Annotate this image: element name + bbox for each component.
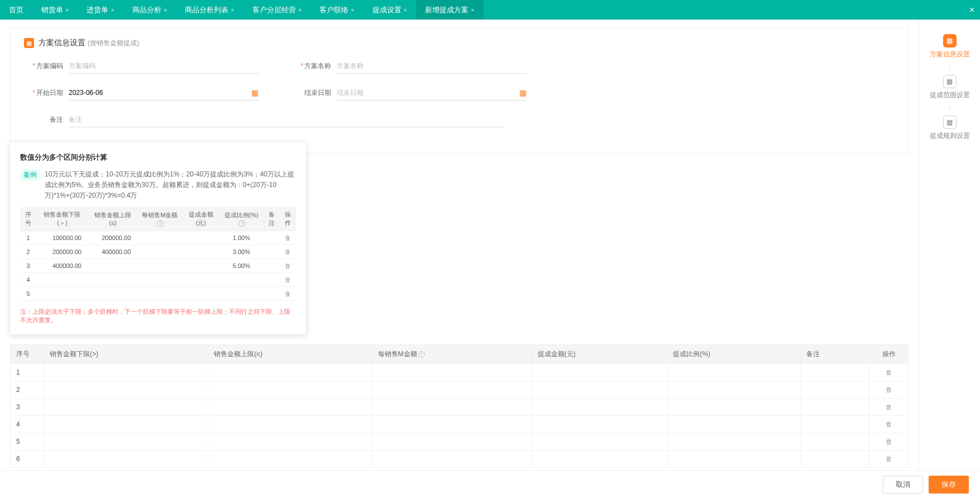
popup-footnote: 注：上限必须大于下限；多个阶梯时，下一个阶梯下限要等于前一阶梯上限；不同行之间下… <box>20 308 296 324</box>
mini-th: 备注 <box>264 207 280 231</box>
section-icon: ▦ <box>24 38 34 48</box>
tab-新增提成方案[interactable]: 新增提成方案× <box>416 0 483 20</box>
mini-row: 3400000.005.00%🗑 <box>20 258 296 272</box>
mini-th: 操作 <box>280 207 296 231</box>
tab-商品分析[interactable]: 商品分析× <box>123 0 176 20</box>
tab-商品分析列表[interactable]: 商品分析列表× <box>176 0 243 20</box>
big-th: 提成金额(元) <box>532 345 667 364</box>
field-plan-code: *方案编码 <box>24 58 259 74</box>
big-th: 提成比例(%) <box>667 345 801 364</box>
main-content: ▦ 方案信息设置 (按销售金额提成) *方案编码 *方案名称 *开始日期 <box>0 20 919 470</box>
mini-row: 4🗑 <box>20 272 296 286</box>
calendar-icon[interactable]: ▦ <box>251 88 259 97</box>
tier-row[interactable]: 2🗑 <box>11 381 909 399</box>
delete-icon[interactable]: 🗑 <box>285 262 291 269</box>
tab-bar: 首页销货单×进货单×商品分析×商品分析列表×客户分层经营×客户联络×提成设置×新… <box>0 0 980 20</box>
plan-code-input[interactable] <box>69 62 259 70</box>
example-table: 序号销售金额下限 (＞)销售金额上限 (≤)每销售M金额?提成金额(元)提成比例… <box>20 207 296 301</box>
step-icon: ▦ <box>943 116 957 129</box>
step-rail: ▦方案信息设置▦提成范围设置▦提成规则设置 <box>919 20 980 470</box>
big-th: 操作 <box>869 345 909 364</box>
mini-row: 1100000.00200000.001.00%🗑 <box>20 231 296 245</box>
delete-icon[interactable]: 🗑 <box>886 420 892 428</box>
delete-icon[interactable]: 🗑 <box>285 234 291 241</box>
plan-info-card: ▦ 方案信息设置 (按销售金额提成) *方案编码 *方案名称 *开始日期 <box>10 27 909 154</box>
tier-row[interactable]: 4🗑 <box>11 416 909 433</box>
mini-th: 提成金额(元) <box>183 207 219 231</box>
tier-row[interactable]: 6🗑 <box>11 451 909 468</box>
rail-step-1[interactable]: ▦提成范围设置 <box>930 71 970 103</box>
rail-step-2[interactable]: ▦提成规则设置 <box>930 112 970 144</box>
mini-th: 序号 <box>20 207 36 231</box>
mini-row: 5🗑 <box>20 286 296 300</box>
remark-input[interactable] <box>69 116 504 123</box>
tab-进货单[interactable]: 进货单× <box>78 0 123 20</box>
delete-icon[interactable]: 🗑 <box>886 455 892 463</box>
tab-客户分层经营[interactable]: 客户分层经营× <box>243 0 310 20</box>
step-label: 方案信息设置 <box>930 50 970 59</box>
field-end-date: 结束日期 ▦ <box>292 85 527 100</box>
step-label: 提成规则设置 <box>930 131 970 141</box>
tier-row[interactable]: 3🗑 <box>11 399 909 416</box>
field-plan-name: *方案名称 <box>292 58 527 74</box>
field-start-date: *开始日期 ▦ <box>24 85 259 100</box>
plan-name-input[interactable] <box>337 62 527 70</box>
delete-icon[interactable]: 🗑 <box>886 438 892 446</box>
popup-title: 数值分为多个区间分别计算 <box>20 152 296 162</box>
tab-提成设置[interactable]: 提成设置× <box>364 0 416 20</box>
start-date-input[interactable] <box>69 89 251 97</box>
tab-close-icon[interactable]: × <box>298 7 302 13</box>
delete-icon[interactable]: 🗑 <box>285 276 291 283</box>
tier-row[interactable]: 5🗑 <box>11 433 909 451</box>
field-remark: 备注 <box>24 112 504 127</box>
example-text: 10万元以下无提成；10-20万元提成比例为1%；20-40万提成比例为3%；4… <box>45 169 296 202</box>
calendar-icon[interactable]: ▦ <box>519 88 527 97</box>
mini-row: 2200000.00400000.003.00%🗑 <box>20 245 296 258</box>
delete-icon[interactable]: 🗑 <box>285 290 291 297</box>
mini-th: 每销售M金额? <box>137 207 182 231</box>
help-icon[interactable]: ? <box>418 351 425 358</box>
tooltip-popup: 数值分为多个区间分别计算 案例 10万元以下无提成；10-20万元提成比例为1%… <box>10 142 306 334</box>
card-title: 方案信息设置 <box>39 38 85 48</box>
step-icon: ▦ <box>943 34 957 47</box>
end-date-input[interactable] <box>337 89 519 97</box>
tab-close-icon[interactable]: × <box>351 7 354 13</box>
mini-th: 销售金额下限 (＞) <box>36 207 88 231</box>
big-th: 备注 <box>801 345 869 364</box>
rail-step-0[interactable]: ▦方案信息设置 <box>930 31 970 63</box>
example-tag: 案例 <box>20 169 40 181</box>
step-label: 提成范围设置 <box>930 90 970 100</box>
tier-row[interactable]: 1🗑 <box>11 364 909 381</box>
tabbar-close-icon[interactable]: × <box>969 5 974 15</box>
delete-icon[interactable]: 🗑 <box>886 403 892 411</box>
tab-close-icon[interactable]: × <box>231 7 234 13</box>
mini-th: 销售金额上限 (≤) <box>88 207 137 231</box>
tab-close-icon[interactable]: × <box>65 7 69 13</box>
tab-close-icon[interactable]: × <box>471 7 474 13</box>
card-subtitle: (按销售金额提成) <box>88 39 139 48</box>
tab-close-icon[interactable]: × <box>111 7 114 13</box>
delete-icon[interactable]: 🗑 <box>886 368 892 376</box>
big-th: 每销售M金额? <box>372 345 532 364</box>
help-icon[interactable]: ? <box>238 220 245 227</box>
tab-首页[interactable]: 首页 <box>0 0 32 20</box>
tab-close-icon[interactable]: × <box>164 7 167 13</box>
big-th: 销售金额上限(≤) <box>208 345 372 364</box>
tab-客户联络[interactable]: 客户联络× <box>310 0 363 20</box>
delete-icon[interactable]: 🗑 <box>886 386 892 394</box>
tier-table: 序号销售金额下限(>)销售金额上限(≤)每销售M金额?提成金额(元)提成比例(%… <box>10 344 909 468</box>
big-th: 销售金额下限(>) <box>44 345 208 364</box>
step-icon: ▦ <box>943 75 957 88</box>
delete-icon[interactable]: 🗑 <box>285 248 291 255</box>
big-th: 序号 <box>11 345 44 364</box>
help-icon[interactable]: ? <box>157 220 164 227</box>
tab-销货单[interactable]: 销货单× <box>32 0 78 20</box>
mini-th: 提成比例(%)? <box>219 207 264 231</box>
tab-close-icon[interactable]: × <box>404 7 407 13</box>
